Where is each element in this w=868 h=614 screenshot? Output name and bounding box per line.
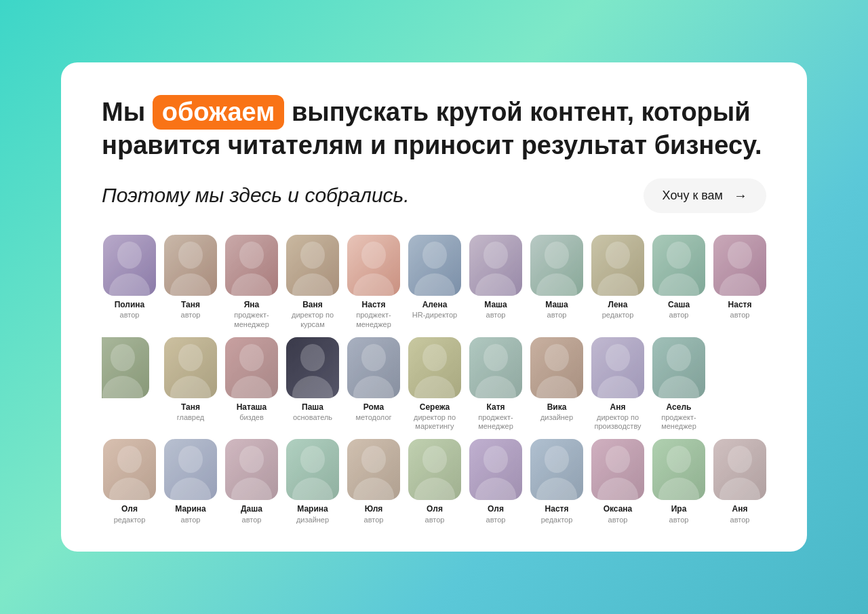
member-role: автор	[730, 516, 750, 524]
list-item: Викадизайнер	[529, 337, 585, 423]
svg-point-45	[109, 478, 150, 500]
avatar	[102, 337, 149, 398]
list-item: Машаавтор	[468, 235, 524, 320]
avatar	[164, 439, 217, 500]
member-role: директор по маркетингу	[407, 413, 462, 431]
member-role: автор	[730, 311, 750, 320]
list-item: Ираавтор	[651, 439, 707, 524]
svg-point-38	[545, 344, 569, 371]
avatar	[408, 439, 461, 500]
avatar	[469, 337, 522, 398]
member-role: проджект-менеджер	[651, 413, 707, 431]
svg-point-53	[353, 478, 394, 500]
header-section: Мы обожаем выпускать крутой контент, кот…	[102, 95, 766, 162]
member-name: Аня	[610, 402, 626, 412]
list-item: Машаавтор	[529, 235, 585, 320]
svg-point-17	[597, 273, 638, 296]
member-role: основатель	[293, 413, 332, 422]
team-grid: Полинаавтор Таняавтор Янапроджект-менедж…	[102, 235, 766, 524]
avatar	[408, 235, 461, 296]
list-item: Пашаоснователь	[285, 337, 340, 423]
member-name: Сережа	[420, 402, 450, 412]
list-item: Ромаметодолог	[346, 337, 401, 423]
list-item: Янапроджект-менеджер	[224, 235, 279, 329]
svg-point-2	[178, 242, 203, 269]
list-item: Маринаавтор	[163, 439, 218, 524]
svg-point-10	[422, 242, 447, 269]
member-name: Таня	[181, 402, 200, 412]
svg-point-50	[300, 446, 325, 473]
list-item: Юляавтор	[346, 439, 401, 524]
member-name: Настя	[545, 504, 569, 514]
avatar	[408, 337, 461, 398]
svg-point-31	[292, 376, 333, 398]
svg-point-57	[475, 478, 516, 500]
avatar	[103, 235, 156, 296]
member-role: редактор	[602, 311, 634, 320]
svg-point-0	[117, 242, 142, 269]
member-role: автор	[181, 311, 201, 320]
svg-point-64	[728, 446, 752, 473]
member-role: автор	[181, 516, 201, 524]
avatar	[225, 439, 278, 500]
avatar	[713, 235, 766, 296]
member-name: Таня	[181, 300, 200, 309]
svg-point-63	[658, 478, 699, 500]
member-role: директор по производству	[590, 413, 646, 431]
member-name: Асель	[667, 402, 692, 412]
member-name: Катя	[486, 402, 505, 412]
avatar	[347, 337, 400, 398]
list-item: Ленаредактор	[590, 235, 646, 320]
svg-point-52	[361, 446, 386, 473]
member-name: Яна	[244, 300, 260, 309]
svg-point-3	[170, 273, 211, 296]
svg-point-40	[606, 344, 630, 371]
svg-point-16	[606, 242, 630, 269]
member-name: Паша	[302, 402, 323, 412]
list-item: Таняглавред	[163, 337, 218, 423]
svg-point-49	[231, 478, 272, 500]
member-name: Ира	[671, 504, 687, 514]
svg-point-47	[170, 478, 211, 500]
list-item: Полинаавтор	[102, 235, 157, 320]
svg-point-15	[536, 273, 577, 296]
list-item: Оляавтор	[468, 439, 524, 524]
member-role: методолог	[355, 413, 391, 422]
member-role: редактор	[114, 516, 146, 524]
svg-point-24	[111, 344, 135, 371]
svg-point-28	[239, 344, 264, 371]
cta-button[interactable]: Хочу к вам →	[644, 178, 766, 213]
member-name: Вика	[547, 402, 567, 412]
avatar	[286, 337, 339, 398]
member-name: Полина	[115, 300, 145, 309]
cta-arrow-icon: →	[734, 188, 747, 204]
svg-point-25	[102, 376, 143, 398]
svg-point-18	[667, 242, 691, 269]
avatar	[530, 337, 583, 398]
svg-point-35	[414, 376, 455, 398]
member-role: проджект-менеджер	[224, 311, 279, 328]
list-item: Оляредактор	[102, 439, 157, 524]
list-item	[102, 337, 157, 404]
svg-point-61	[597, 478, 638, 500]
svg-point-39	[536, 376, 577, 398]
svg-point-43	[658, 376, 699, 398]
svg-point-51	[292, 478, 333, 500]
headline-highlight: обожаем	[153, 95, 285, 130]
member-role: дизайнер	[540, 413, 573, 422]
svg-point-11	[414, 273, 455, 296]
svg-point-21	[719, 273, 760, 296]
list-item: Катяпроджект-менеджер	[468, 337, 524, 431]
svg-point-9	[353, 273, 394, 296]
svg-point-54	[422, 446, 447, 473]
svg-point-7	[292, 273, 333, 296]
member-name: Даша	[241, 504, 262, 514]
avatar	[286, 235, 339, 296]
member-role: автор	[608, 516, 628, 524]
svg-point-46	[178, 446, 203, 473]
svg-point-48	[239, 446, 264, 473]
list-item: Сашаавтор	[651, 235, 707, 320]
svg-point-62	[667, 446, 691, 473]
avatar	[530, 235, 583, 296]
member-role: автор	[364, 516, 384, 524]
